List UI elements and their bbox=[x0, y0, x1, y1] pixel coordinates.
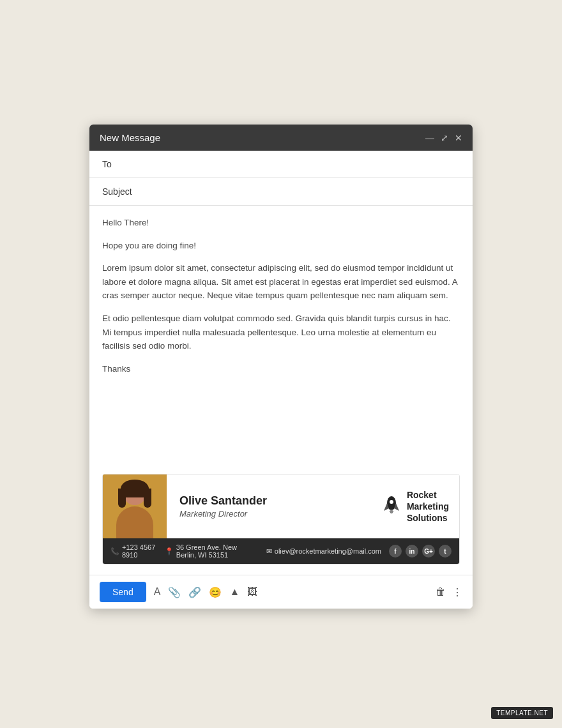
signature-card: Olive Santander Marketing Director bbox=[102, 474, 460, 565]
font-icon[interactable]: A bbox=[154, 586, 161, 598]
body-thanks: Thanks bbox=[102, 362, 460, 376]
signature-name: Olive Santander bbox=[179, 494, 368, 508]
send-button[interactable]: Send bbox=[100, 582, 146, 602]
subject-input[interactable] bbox=[140, 186, 459, 197]
emoji-icon[interactable]: 😊 bbox=[209, 586, 222, 598]
hair-side-right bbox=[144, 489, 151, 508]
email-icon: ✉ bbox=[266, 547, 272, 556]
template-badge: TEMPLATE.NET bbox=[491, 707, 553, 719]
minimize-button[interactable]: — bbox=[425, 133, 434, 142]
body-line2: Hope you are doing fine! bbox=[102, 239, 460, 253]
sig-phone: 📞 +123 4567 8910 bbox=[110, 543, 157, 559]
phone-number: +123 4567 8910 bbox=[122, 543, 157, 559]
subject-label: Subject bbox=[102, 186, 132, 197]
compose-window: New Message — ⤢ ✕ To Subject Hello There… bbox=[89, 125, 473, 609]
image-icon[interactable]: 🖼 bbox=[247, 586, 257, 598]
hair-side-left bbox=[118, 489, 126, 508]
body-greeting: Hello There! bbox=[102, 216, 460, 230]
attachment-icon[interactable]: 📎 bbox=[168, 586, 181, 598]
email-body[interactable]: Hello There! Hope you are doing fine! Lo… bbox=[89, 206, 473, 461]
drive-icon[interactable]: ▲ bbox=[229, 586, 239, 598]
toolbar-right: 🗑 ⋮ bbox=[436, 586, 462, 598]
sig-email: ✉ oliev@rocketmarketing@mail.com bbox=[266, 547, 381, 556]
signature-bottom: 📞 +123 4567 8910 📍 36 Green Ave. New Ber… bbox=[103, 538, 459, 564]
instagram-icon[interactable]: in bbox=[406, 545, 418, 557]
sig-address: 📍 36 Green Ave. New Berlin, WI 53151 bbox=[165, 543, 259, 559]
company-logo: RocketMarketingSolutions bbox=[381, 489, 449, 524]
signature-photo bbox=[103, 474, 167, 538]
svg-rect-4 bbox=[390, 510, 393, 513]
social-links: f in G+ t bbox=[389, 545, 452, 557]
subject-field-row: Subject bbox=[89, 178, 473, 206]
facebook-icon[interactable]: f bbox=[389, 545, 402, 557]
to-label: To bbox=[102, 159, 112, 169]
to-field-row: To bbox=[89, 151, 473, 178]
person-body bbox=[116, 506, 153, 538]
svg-point-3 bbox=[390, 500, 393, 504]
signature-info: Olive Santander Marketing Director bbox=[167, 485, 381, 527]
signature-top: Olive Santander Marketing Director bbox=[103, 474, 459, 538]
rocket-icon bbox=[381, 492, 402, 522]
body-para1: Lorem ipsum dolor sit amet, consectetur … bbox=[102, 261, 460, 303]
company-name: RocketMarketingSolutions bbox=[407, 489, 449, 524]
window-title: New Message bbox=[100, 132, 160, 143]
compose-body: To Subject Hello There! Hope you are doi… bbox=[89, 151, 473, 609]
more-icon[interactable]: ⋮ bbox=[452, 586, 462, 598]
body-para2: Et odio pellentesque diam volutpat commo… bbox=[102, 312, 460, 353]
to-input[interactable] bbox=[119, 159, 439, 169]
maximize-button[interactable]: ⤢ bbox=[441, 133, 448, 142]
toolbar-left: Send A 📎 🔗 😊 ▲ 🖼 bbox=[100, 582, 257, 602]
link-icon[interactable]: 🔗 bbox=[188, 586, 201, 598]
phone-icon: 📞 bbox=[110, 547, 119, 556]
location-icon: 📍 bbox=[165, 547, 174, 556]
compose-header: New Message — ⤢ ✕ bbox=[89, 125, 473, 151]
googleplus-icon[interactable]: G+ bbox=[422, 545, 435, 557]
delete-icon[interactable]: 🗑 bbox=[436, 586, 446, 598]
address-text: 36 Green Ave. New Berlin, WI 53151 bbox=[176, 543, 259, 559]
email-text: oliev@rocketmarketing@mail.com bbox=[275, 547, 381, 555]
header-controls: — ⤢ ✕ bbox=[425, 133, 462, 142]
close-button[interactable]: ✕ bbox=[455, 133, 462, 142]
signature-role: Marketing Director bbox=[179, 509, 368, 519]
twitter-icon[interactable]: t bbox=[439, 545, 452, 557]
compose-toolbar: Send A 📎 🔗 😊 ▲ 🖼 🗑 ⋮ bbox=[89, 575, 473, 609]
